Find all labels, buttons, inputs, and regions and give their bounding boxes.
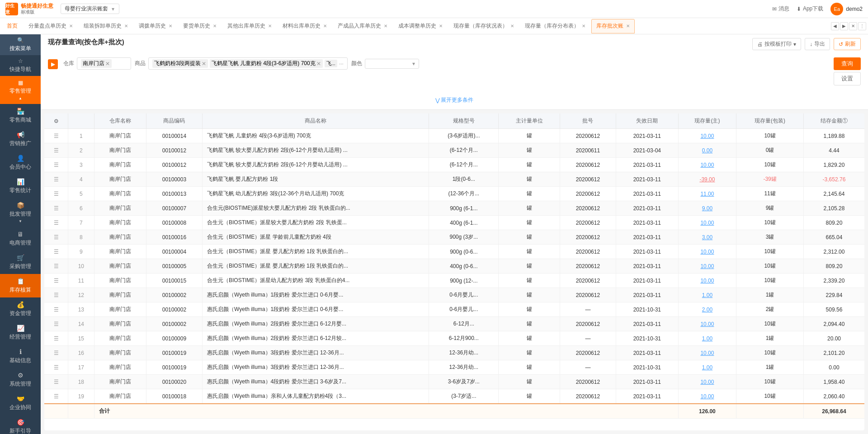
row-gear[interactable]: ☰ bbox=[44, 129, 68, 143]
warehouse-selector[interactable]: 母婴行业演示账套 ▾ bbox=[61, 4, 119, 14]
sidebar-item-purchase[interactable]: 🛒 采购管理 bbox=[0, 250, 41, 274]
row-qty-main[interactable]: 11.00 bbox=[678, 187, 736, 201]
row-gear[interactable]: ☰ bbox=[44, 245, 68, 259]
row-gear[interactable]: ☰ bbox=[44, 216, 68, 230]
close-tab-10[interactable]: ✕ bbox=[582, 24, 585, 28]
row-qty-main[interactable]: 1.00 bbox=[678, 360, 736, 375]
tab-5[interactable]: 其他出库单历史 ✕ bbox=[222, 19, 277, 33]
sidebar-item-basic-info[interactable]: ℹ 基础信息 bbox=[0, 344, 41, 368]
tab-4[interactable]: 要货单历史 ✕ bbox=[178, 19, 222, 33]
row-gear[interactable]: ☰ bbox=[44, 288, 68, 302]
tab-8[interactable]: 成本调整单历史 ✕ bbox=[393, 19, 448, 33]
sidebar-item-marketing[interactable]: 📢 营销推广 bbox=[0, 127, 41, 151]
product-filter-more[interactable]: ··· bbox=[339, 61, 344, 67]
sidebar-item-enterprise[interactable]: 🤝 企业协同 bbox=[0, 392, 41, 415]
nav-menu[interactable]: ⋮ bbox=[858, 22, 866, 30]
remove-product-tag-1[interactable]: ✕ bbox=[202, 61, 206, 67]
row-qty-main[interactable]: 10.00 bbox=[678, 274, 736, 288]
sidebar-item-ecommerce[interactable]: 🖥 电商管理 bbox=[0, 227, 41, 250]
app-download-btn[interactable]: ⬇ App下载 bbox=[797, 5, 823, 13]
query-btn[interactable]: 查询 bbox=[834, 57, 861, 70]
tab-3[interactable]: 调拨单历史 ✕ bbox=[134, 19, 177, 33]
export-btn[interactable]: ↓ 导出 bbox=[805, 38, 830, 50]
tab-2[interactable]: 组装拆卸单历史 ✕ bbox=[79, 19, 133, 33]
row-gear[interactable]: ☰ bbox=[44, 187, 68, 201]
row-qty-main[interactable]: 10.00 bbox=[678, 245, 736, 259]
nav-next-arrow[interactable]: ▶ bbox=[840, 22, 848, 30]
row-qty-main[interactable]: 1.00 bbox=[678, 288, 736, 302]
row-qty-main[interactable]: 10.00 bbox=[678, 158, 736, 172]
row-gear[interactable]: ☰ bbox=[44, 201, 68, 216]
close-tab-3[interactable]: ✕ bbox=[169, 24, 172, 28]
row-gear[interactable]: ☰ bbox=[44, 259, 68, 274]
row-qty-main[interactable]: 2.00 bbox=[678, 302, 736, 317]
close-tab-2[interactable]: ✕ bbox=[124, 24, 128, 28]
row-qty-main[interactable]: 10.00 bbox=[678, 216, 736, 230]
sidebar-item-member[interactable]: 👤 会员中心 bbox=[0, 151, 41, 175]
template-print-btn[interactable]: 🖨 按模板打印 ▾ bbox=[752, 38, 801, 50]
tab-6[interactable]: 材料出库单历史 ✕ bbox=[278, 19, 332, 33]
row-qty-main[interactable]: 10.00 bbox=[678, 346, 736, 360]
refresh-btn[interactable]: ↺ 刷新 bbox=[834, 38, 861, 50]
row-gear[interactable]: ☰ bbox=[44, 143, 68, 158]
tab-11-active[interactable]: 库存批次账 ✕ bbox=[591, 19, 635, 33]
row-gear[interactable]: ☰ bbox=[44, 158, 68, 172]
close-tab-5[interactable]: ✕ bbox=[268, 24, 272, 28]
close-tab-7[interactable]: ✕ bbox=[384, 24, 387, 28]
sidebar-quick-nav[interactable]: ☆ 快捷导航 bbox=[0, 55, 41, 76]
sidebar-item-guide[interactable]: 🎯 新手引导 bbox=[0, 415, 41, 434]
row-qty-main[interactable]: 3.00 bbox=[678, 230, 736, 245]
sidebar-search[interactable]: 🔍 搜索菜单 bbox=[0, 34, 41, 55]
row-gear[interactable]: ☰ bbox=[44, 360, 68, 375]
tab-1[interactable]: 分量盘点单历史 ✕ bbox=[24, 19, 78, 33]
sidebar-item-wholesale[interactable]: 📦 批发管理 ▼ bbox=[0, 198, 41, 227]
row-qty-main[interactable]: 10.00 bbox=[678, 317, 736, 331]
row-gear[interactable]: ☰ bbox=[44, 346, 68, 360]
filter-expand-left[interactable]: ▶ bbox=[48, 59, 58, 69]
sidebar-item-system[interactable]: ⚙ 系统管理 bbox=[0, 368, 41, 392]
row-qty-main[interactable]: 10.00 bbox=[678, 375, 736, 389]
message-btn[interactable]: ✉ 消息 bbox=[772, 5, 789, 13]
tab-home[interactable]: 首页 bbox=[2, 19, 23, 33]
row-qty-main[interactable]: 10.00 bbox=[678, 259, 736, 274]
row-gear[interactable]: ☰ bbox=[44, 230, 68, 245]
row-qty-main[interactable]: 0.00 bbox=[678, 143, 736, 158]
row-qty-main[interactable]: -39.00 bbox=[678, 172, 736, 187]
expand-left-btn[interactable]: ▶ bbox=[48, 59, 58, 69]
row-qty-main[interactable]: 10.00 bbox=[678, 129, 736, 143]
sidebar-item-retail-shop[interactable]: 🏪 零售商城 bbox=[0, 104, 41, 127]
close-tab-6[interactable]: ✕ bbox=[323, 24, 327, 28]
row-gear[interactable]: ☰ bbox=[44, 375, 68, 389]
close-tab-1[interactable]: ✕ bbox=[69, 24, 73, 28]
remove-warehouse-tag[interactable]: ✕ bbox=[105, 61, 110, 67]
tab-9[interactable]: 现存量（库存状况表） ✕ bbox=[448, 19, 519, 33]
row-gear[interactable]: ☰ bbox=[44, 302, 68, 317]
expand-more-btn[interactable]: ⋁ 展开更多条件 bbox=[435, 96, 473, 104]
warehouse-filter-input[interactable]: 南岸门店 ✕ bbox=[77, 57, 131, 70]
close-tab-4[interactable]: ✕ bbox=[213, 24, 217, 28]
setting-btn[interactable]: 设置 bbox=[834, 72, 861, 85]
sidebar-item-finance[interactable]: 💰 资金管理 bbox=[0, 297, 41, 321]
row-qty-main[interactable]: 9.00 bbox=[678, 201, 736, 216]
sidebar-item-inventory[interactable]: 📋 库存核算 bbox=[0, 274, 41, 297]
close-tab-9[interactable]: ✕ bbox=[510, 24, 514, 28]
row-gear[interactable]: ☰ bbox=[44, 172, 68, 187]
close-tab-8[interactable]: ✕ bbox=[439, 24, 443, 28]
nav-prev-arrow[interactable]: ◀ bbox=[831, 22, 839, 30]
color-filter-input[interactable]: ▾ bbox=[365, 59, 419, 69]
sidebar-item-operations[interactable]: 📈 经营管理 bbox=[0, 321, 41, 344]
row-gear[interactable]: ☰ bbox=[44, 389, 68, 404]
row-gear[interactable]: ☰ bbox=[44, 331, 68, 346]
tab-10[interactable]: 现存量（库存分布表） ✕ bbox=[520, 19, 590, 33]
row-qty-main[interactable]: 10.00 bbox=[678, 389, 736, 404]
sidebar-item-retail-stats[interactable]: 📊 零售统计 bbox=[0, 175, 41, 198]
tab-7[interactable]: 产成品入库单历史 ✕ bbox=[333, 19, 392, 33]
row-gear[interactable]: ☰ bbox=[44, 317, 68, 331]
row-gear[interactable]: ☰ bbox=[44, 274, 68, 288]
row-qty-main[interactable]: 1.00 bbox=[678, 331, 736, 346]
sidebar-item-retail-mgmt[interactable]: ▦ 零售管理 ▲ bbox=[0, 76, 41, 104]
close-tab-11[interactable]: ✕ bbox=[626, 24, 630, 28]
nav-close-all[interactable]: ✕ bbox=[849, 22, 857, 30]
settings-icon[interactable]: ⚙ bbox=[54, 118, 59, 124]
product-filter-input[interactable]: 飞鹤奶粉3段两提装 ✕ 飞鹤星飞帆 儿童奶粉 4段(3-6岁适用) 700克 ✕… bbox=[148, 57, 348, 70]
